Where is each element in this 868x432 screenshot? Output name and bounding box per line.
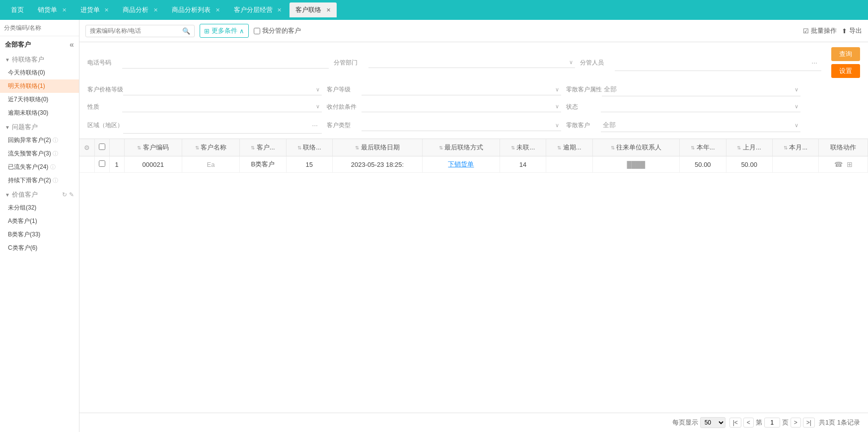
- sidebar-search-input[interactable]: [4, 24, 78, 31]
- sort-icon-date[interactable]: ⇅: [355, 145, 359, 150]
- filter-search-icon[interactable]: 🔍: [182, 27, 190, 35]
- field-manager: 分管人员 ···: [580, 55, 821, 71]
- sidebar-item-c-class[interactable]: C类客户(6): [0, 241, 79, 255]
- select-payment-terms[interactable]: ∨: [362, 101, 561, 112]
- sort-icon-method[interactable]: ⇅: [439, 145, 443, 150]
- prev-page-btn[interactable]: <: [743, 418, 754, 428]
- nav-customer-layered-close[interactable]: ✕: [277, 7, 282, 13]
- field-payment-terms: 收付款条件 ∨: [327, 101, 561, 112]
- select-customer-level[interactable]: ∨: [362, 84, 561, 95]
- export-btn[interactable]: ⬆ 导出: [842, 26, 862, 35]
- label-customer-type: 客户类型: [327, 121, 362, 130]
- sort-icon-year[interactable]: ⇅: [691, 145, 695, 150]
- sort-icon-this-month[interactable]: ⇅: [784, 145, 788, 150]
- select-scattered-attr[interactable]: 全部 ∨: [602, 83, 800, 96]
- sort-icon-unit[interactable]: ⇅: [611, 145, 615, 150]
- select-region[interactable]: ···: [123, 117, 322, 134]
- select-price-level[interactable]: ∨: [123, 84, 322, 95]
- chevron-down-price: ∨: [316, 86, 320, 93]
- sort-icon-last-month[interactable]: ⇅: [737, 145, 741, 150]
- first-page-btn[interactable]: |<: [729, 418, 741, 428]
- sidebar-item-a-class[interactable]: A类客户(1): [0, 215, 79, 228]
- select-nature[interactable]: ∨: [122, 101, 322, 112]
- sidebar-item-tomorrow[interactable]: 明天待联络(1): [0, 79, 79, 93]
- batch-op-checkbox-icon: ☑: [803, 27, 809, 35]
- sidebar-group-value[interactable]: ▼ 价值客户 ↻ ✎: [0, 187, 79, 201]
- sidebar-item-declining[interactable]: 持续下滑客户(2) ⓘ: [0, 174, 79, 187]
- input-phone[interactable]: [122, 57, 329, 69]
- sidebar-item-b-class[interactable]: B类客户(33): [0, 228, 79, 241]
- query-btn[interactable]: 查询: [831, 47, 860, 61]
- sort-icon-uncontacted[interactable]: ⇅: [511, 145, 515, 150]
- settings-btn[interactable]: 设置: [831, 64, 860, 78]
- action-grid-icon[interactable]: ⊞: [847, 160, 853, 168]
- batch-op-btn[interactable]: ☑ 批量操作: [803, 26, 837, 35]
- chevron-down-nature: ∨: [316, 103, 320, 110]
- select-customer-type[interactable]: ∨: [362, 120, 561, 131]
- page-input[interactable]: [764, 418, 780, 428]
- sidebar-item-7days[interactable]: 近7天待联络(0): [0, 93, 79, 106]
- next-page-btn[interactable]: >: [791, 418, 801, 428]
- dots-region[interactable]: ···: [310, 119, 320, 131]
- nav-product-analysis-close[interactable]: ✕: [153, 7, 158, 13]
- sort-icon-type[interactable]: ⇅: [251, 145, 255, 150]
- last-page-btn[interactable]: >|: [803, 418, 815, 428]
- all-customers-label: 全部客户: [5, 40, 31, 49]
- dots-manager[interactable]: ···: [809, 57, 819, 69]
- sidebar-all-customers[interactable]: 全部客户 «: [0, 36, 79, 52]
- nav-sales-close[interactable]: ✕: [62, 7, 67, 13]
- export-icon: ⬆: [842, 27, 847, 35]
- sidebar-item-churned[interactable]: 已流失客户(24) ⓘ: [0, 160, 79, 174]
- sidebar-item-ungrouped[interactable]: 未分组(32): [0, 201, 79, 215]
- nav-sales[interactable]: 销货单 ✕: [32, 2, 72, 17]
- chevron-up-icon: ∧: [239, 27, 244, 35]
- sort-icon-contact[interactable]: ⇅: [297, 145, 301, 150]
- value-edit-icon[interactable]: ✎: [69, 191, 74, 198]
- nav-product-analysis-list-close[interactable]: ✕: [216, 7, 220, 13]
- sidebar-item-today[interactable]: 今天待联络(0): [0, 66, 79, 79]
- nav-product-analysis-list[interactable]: 商品分析列表 ✕: [166, 2, 226, 17]
- nav-home[interactable]: 首页: [5, 2, 30, 17]
- sort-icon-overdue[interactable]: ⇅: [557, 145, 561, 150]
- nav-customer-contact[interactable]: 客户联络 ✕: [289, 2, 337, 17]
- settings-col-header[interactable]: ⚙: [79, 139, 94, 156]
- row-num: 1: [109, 156, 124, 173]
- collapse-icon[interactable]: «: [70, 40, 74, 49]
- my-customers-checkbox[interactable]: [254, 28, 260, 34]
- select-all-checkbox[interactable]: [99, 144, 105, 150]
- select-manager[interactable]: ···: [615, 55, 821, 71]
- sidebar-item-overdue[interactable]: 逾期未联络(30): [0, 106, 79, 120]
- unit-contact-col-header: ⇅ 往来单位联系人: [592, 139, 680, 156]
- last-contact-link[interactable]: 下销货单: [448, 160, 474, 168]
- uncontacted-col-header: ⇅ 未联...: [500, 139, 546, 156]
- filter-search-input[interactable]: [90, 27, 179, 34]
- label-scattered-attr: 零散客户属性: [566, 85, 602, 94]
- nav-customer-contact-close[interactable]: ✕: [326, 7, 331, 13]
- nav-product-analysis[interactable]: 商品分析 ✕: [117, 2, 164, 17]
- nav-purchase[interactable]: 进货单 ✕: [74, 2, 115, 17]
- adv-filter-row-2: 客户价格等级 ∨ 客户等级 ∨ 零散客户属性 全部: [87, 83, 860, 96]
- my-customers-checkbox-area[interactable]: 我分管的客户: [254, 26, 301, 35]
- row-last-contact-method: 下销货单: [423, 156, 500, 173]
- select-status[interactable]: ∨: [601, 101, 800, 112]
- sidebar-group-pending[interactable]: ▼ 待联络客户: [0, 52, 79, 66]
- select-dept[interactable]: ∨: [368, 57, 575, 68]
- field-customer-level: 客户等级 ∨: [327, 84, 561, 95]
- value-refresh-icon[interactable]: ↻: [62, 191, 67, 198]
- sort-icon-name[interactable]: ⇅: [195, 145, 199, 150]
- sidebar-item-churn-warning[interactable]: 流失预警客户(3) ⓘ: [0, 147, 79, 160]
- nav-purchase-close[interactable]: ✕: [104, 7, 109, 13]
- num-col-header: [109, 139, 124, 156]
- sidebar-item-repurchase-abnormal[interactable]: 回购异常客户(2) ⓘ: [0, 134, 79, 147]
- row-action: ☎ ⊞: [819, 156, 868, 173]
- per-page-label: 每页显示: [672, 418, 698, 427]
- action-phone-icon[interactable]: ☎: [834, 160, 843, 168]
- chevron-down-status: ∨: [795, 103, 798, 110]
- row-select-checkbox[interactable]: [99, 160, 105, 167]
- sort-icon-code[interactable]: ⇅: [137, 145, 141, 150]
- sidebar-group-problem[interactable]: ▼ 问题客户: [0, 120, 79, 134]
- per-page-dropdown[interactable]: 50 100 200: [700, 417, 725, 428]
- select-scattered-customer[interactable]: 全部 ∨: [601, 119, 800, 132]
- more-conditions-btn[interactable]: ⊞ 更多条件 ∧: [200, 24, 249, 38]
- nav-customer-layered[interactable]: 客户分层经营 ✕: [228, 2, 288, 17]
